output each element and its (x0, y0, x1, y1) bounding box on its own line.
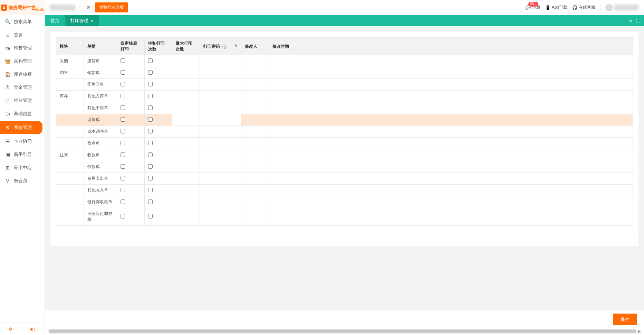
save-button[interactable]: 保存 (613, 314, 637, 325)
messages-link[interactable]: 99 + 💬 消息 (526, 4, 540, 10)
audit-checkbox[interactable] (121, 105, 125, 110)
sidebar-item-6[interactable]: 📄经营管理 (0, 94, 45, 107)
control-checkbox[interactable] (148, 141, 153, 145)
tab-1[interactable]: 打印管理✕ (65, 15, 99, 26)
control-checkbox[interactable] (148, 152, 153, 157)
cell-max[interactable] (172, 173, 200, 185)
sidebar-item-10[interactable]: ▣新手引导 (0, 148, 45, 161)
cell-pwd[interactable] (200, 79, 241, 91)
cell-pwd[interactable] (200, 126, 241, 138)
edit-column-icon[interactable]: ✎ (234, 44, 238, 48)
sidebar-item-7[interactable]: 🗂基础信息 (0, 107, 45, 120)
audit-checkbox[interactable] (121, 129, 125, 133)
cell-pwd[interactable] (200, 102, 241, 114)
tab-0[interactable]: 首页 (45, 15, 65, 26)
industry-plan-button[interactable]: 体验行业方案 (95, 2, 128, 12)
cell-pwd[interactable] (200, 67, 241, 79)
cell-pwd[interactable] (200, 91, 241, 102)
control-checkbox[interactable] (148, 82, 153, 86)
cell-max[interactable] (172, 79, 200, 91)
cell-max[interactable] (172, 161, 200, 173)
settings-icon[interactable]: ⚙ (9, 327, 12, 332)
cell-pwd[interactable] (200, 138, 241, 149)
cell-max[interactable] (172, 149, 200, 161)
sidebar-item-1[interactable]: ⌂首页 (0, 28, 45, 41)
table-row[interactable]: 其他出库单 (56, 102, 633, 114)
cell-pwd[interactable] (200, 173, 241, 185)
cell-pwd[interactable] (200, 185, 241, 196)
audit-checkbox[interactable] (121, 214, 125, 218)
audit-checkbox[interactable] (121, 141, 125, 145)
control-checkbox[interactable] (148, 105, 153, 110)
table-row[interactable]: 零售开单 (56, 79, 633, 91)
control-checkbox[interactable] (148, 70, 153, 75)
cell-max[interactable] (172, 185, 200, 196)
audit-checkbox[interactable] (121, 70, 125, 75)
table-row[interactable]: 盘点单 (56, 138, 633, 149)
sidebar-item-8[interactable]: ⚙系统管理 (0, 121, 42, 134)
control-checkbox[interactable] (148, 199, 153, 204)
audit-checkbox[interactable] (121, 188, 125, 192)
fullscreen-icon[interactable]: ⛶ (636, 18, 641, 24)
scrollbar-thumb[interactable] (49, 329, 636, 333)
cell-pwd[interactable] (200, 208, 241, 226)
sidebar-item-4[interactable]: 🏠库存核算 (0, 68, 45, 81)
cell-max[interactable] (172, 126, 200, 138)
audit-checkbox[interactable] (121, 82, 125, 86)
audit-checkbox[interactable] (121, 117, 125, 122)
audit-checkbox[interactable] (121, 94, 125, 98)
control-checkbox[interactable] (148, 58, 153, 63)
cell-max[interactable] (172, 102, 200, 114)
table-row[interactable]: 其他收入单 (56, 185, 633, 196)
logo[interactable]: b 畅捷通好生意 精品版 (0, 0, 45, 15)
control-checkbox[interactable] (148, 176, 153, 180)
help-icon[interactable]: ? (222, 45, 227, 49)
sidebar-item-12[interactable]: V畅会员 (0, 174, 45, 187)
control-checkbox[interactable] (148, 129, 153, 133)
online-support-link[interactable]: 🎧 在线客服 (572, 4, 595, 10)
table-row[interactable]: 银行存取款单 (56, 196, 633, 208)
cell-pwd[interactable] (200, 55, 241, 67)
cell-pwd[interactable] (200, 114, 241, 126)
audit-checkbox[interactable] (121, 58, 125, 63)
sidebar-item-2[interactable]: 🛍销售管理 (0, 41, 45, 55)
tab-close-all-icon[interactable]: ✕ (629, 18, 633, 24)
cell-pwd[interactable] (200, 161, 241, 173)
audit-checkbox[interactable] (121, 164, 125, 169)
sidebar-item-11[interactable]: ⊞应用中心 (0, 161, 45, 174)
horizontal-scrollbar[interactable]: ▶ (48, 329, 641, 334)
sidebar-item-9[interactable]: ☰企业协同 (0, 135, 45, 148)
control-checkbox[interactable] (148, 188, 153, 192)
audit-checkbox[interactable] (121, 176, 125, 180)
table-row[interactable]: 采购进货单 (56, 55, 633, 67)
collapse-icon[interactable]: ◀❘ (29, 327, 36, 332)
cell-max[interactable] (172, 196, 200, 208)
control-checkbox[interactable] (148, 117, 153, 122)
table-row[interactable]: 成本调整单 (56, 126, 633, 138)
table-row[interactable]: 往来收款单 (56, 149, 633, 161)
cell-pwd[interactable] (200, 196, 241, 208)
sidebar-item-5[interactable]: ⏱资金管理 (0, 81, 45, 94)
cell-pwd[interactable] (200, 149, 241, 161)
cell-max[interactable] (172, 55, 200, 67)
table-row[interactable]: 库存其他入库单 (56, 91, 633, 102)
control-checkbox[interactable] (148, 94, 153, 98)
table-row[interactable]: 费用支出单 (56, 173, 633, 185)
cell-max[interactable] (172, 91, 200, 102)
app-download-link[interactable]: 📱 App下载 (545, 4, 567, 10)
control-checkbox[interactable] (148, 214, 153, 218)
table-row[interactable]: 销售销货单 (56, 67, 633, 79)
sidebar-item-3[interactable]: 🧺采购管理 (0, 55, 45, 68)
cell-max[interactable] (172, 67, 200, 79)
cell-max[interactable] (172, 208, 200, 226)
tab-close-icon[interactable]: ✕ (90, 19, 94, 23)
gear-icon[interactable]: ⚙ (86, 5, 91, 10)
table-row[interactable]: 付款单 (56, 161, 633, 173)
table-row[interactable]: 调拨单 (56, 114, 633, 126)
org-selector[interactable]: ████ ﹀ ⚙ (50, 4, 95, 11)
cell-max[interactable] (172, 114, 200, 126)
user-menu[interactable]: ████ (605, 4, 638, 11)
table-row[interactable]: 应收应付调整单 (56, 208, 633, 226)
scroll-right-icon[interactable]: ▶ (638, 329, 641, 334)
cell-max[interactable] (172, 138, 200, 149)
